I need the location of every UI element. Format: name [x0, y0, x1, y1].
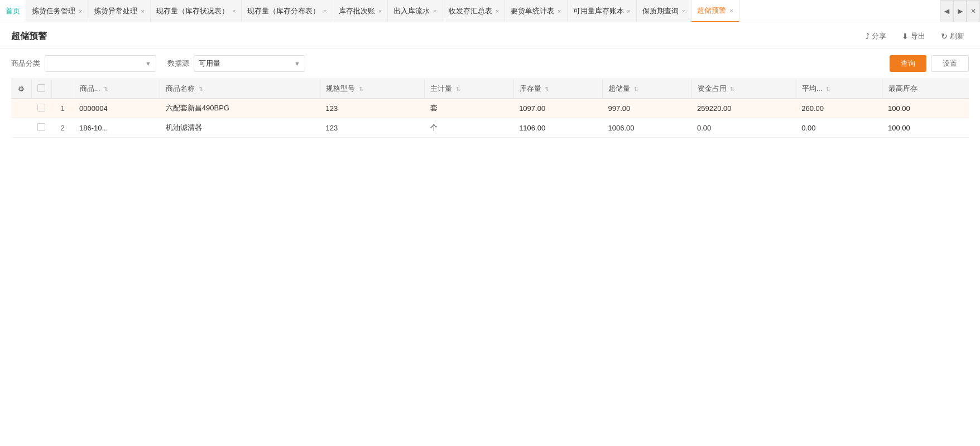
row-avg-1: 0.00	[796, 118, 882, 138]
row-stock-1: 1106.00	[513, 118, 602, 138]
row-select-checkbox-1[interactable]	[37, 123, 45, 131]
filter-area: 商品分类 ▼ 数据源 可用量 ▼ 查询 设置	[0, 49, 980, 79]
col-spec[interactable]: 规格型号 ⇅	[320, 79, 424, 99]
row-spec-1: 123	[320, 118, 424, 138]
sort-capital-icon: ⇅	[730, 86, 734, 92]
col-stock[interactable]: 库存量 ⇅	[513, 79, 602, 99]
close-tab-7[interactable]: ×	[496, 8, 499, 14]
sort-spec-icon: ⇅	[359, 86, 363, 92]
row-product-name-1: 机油滤清器	[160, 118, 320, 138]
datasource-filter-group: 数据源 可用量 ▼	[167, 55, 305, 72]
nav-tab-8[interactable]: 要货单统计表 ×	[505, 0, 567, 22]
sort-unit-icon: ⇅	[456, 86, 460, 92]
row-max-stock-1: 100.00	[882, 118, 969, 138]
close-tab-4[interactable]: ×	[323, 8, 326, 14]
row-overstock-1: 1006.00	[603, 118, 691, 138]
refresh-icon: ↻	[941, 32, 948, 41]
category-chevron-icon: ▼	[145, 60, 151, 67]
sort-avg-icon: ⇅	[826, 86, 830, 92]
close-tab-8[interactable]: ×	[558, 8, 561, 14]
query-button[interactable]: 查询	[890, 55, 926, 72]
row-max-stock-0: 100.00	[882, 99, 969, 118]
col-max-stock: 最高库存	[882, 79, 969, 99]
sort-product-name-icon: ⇅	[199, 86, 203, 92]
close-tab-6[interactable]: ×	[433, 8, 436, 14]
col-check[interactable]	[31, 79, 51, 99]
nav-next-button[interactable]: ▶	[953, 0, 967, 22]
refresh-button[interactable]: ↻ 刷新	[936, 29, 969, 43]
export-icon: ⬇	[902, 32, 909, 41]
close-tab-2[interactable]: ×	[141, 8, 144, 14]
row-overstock-0: 997.00	[603, 99, 691, 118]
datasource-chevron-icon: ▼	[294, 60, 300, 67]
row-checkbox-0[interactable]	[31, 99, 51, 118]
col-avg[interactable]: 平均... ⇅	[796, 79, 882, 99]
col-product-code[interactable]: 商品... ⇅	[74, 79, 160, 99]
filter-actions: 查询 设置	[890, 55, 969, 72]
share-icon: ⤴	[866, 32, 869, 41]
row-settings-0	[11, 99, 31, 118]
col-product-name[interactable]: 商品名称 ⇅	[160, 79, 320, 99]
sort-stock-icon: ⇅	[545, 86, 549, 92]
page-header: 超储预警 ⤴ 分享 ⬇ 导出 ↻ 刷新	[0, 22, 980, 49]
row-settings-1	[11, 118, 31, 138]
row-unit-1: 个	[425, 118, 513, 138]
nav-tab-7[interactable]: 收发存汇总表 ×	[443, 0, 505, 22]
col-unit[interactable]: 主计量 ⇅	[425, 79, 513, 99]
row-index-1: 2	[51, 118, 74, 138]
category-select[interactable]: ▼	[45, 55, 156, 72]
nav-tab-6[interactable]: 出入库流水 ×	[388, 0, 443, 22]
datasource-value: 可用量	[199, 59, 220, 69]
datasource-select[interactable]: 可用量 ▼	[194, 55, 305, 72]
close-tab-1[interactable]: ×	[79, 8, 82, 14]
nav-tab-5[interactable]: 库存批次账 ×	[333, 0, 388, 22]
row-unit-0: 套	[425, 99, 513, 118]
row-product-name-0: 六配套新昌490BPG	[160, 99, 320, 118]
row-checkbox-1[interactable]	[31, 118, 51, 138]
close-tab-10[interactable]: ×	[682, 8, 685, 14]
settings-button[interactable]: 设置	[931, 55, 969, 72]
category-filter-group: 商品分类 ▼	[11, 55, 156, 72]
table-container: ⚙ 商品... ⇅ 商品名称 ⇅ 规格型号 ⇅	[0, 79, 980, 138]
header-actions: ⤴ 分享 ⬇ 导出 ↻ 刷新	[861, 29, 969, 43]
table-row[interactable]: 2 186-10... 机油滤清器 123 个 1106.00 1006.00 …	[11, 118, 969, 138]
nav-tab-11[interactable]: 超储预警 ×	[691, 0, 739, 22]
row-capital-0: 259220.00	[691, 99, 796, 118]
col-settings[interactable]: ⚙	[11, 79, 31, 99]
col-index	[51, 79, 74, 99]
table-row[interactable]: 1 0000004 六配套新昌490BPG 123 套 1097.00 997.…	[11, 99, 969, 118]
row-spec-0: 123	[320, 99, 424, 118]
nav-arrows: ◀ ▶ ✕	[940, 0, 980, 22]
nav-tab-4[interactable]: 现存量（库存分布表） ×	[242, 0, 333, 22]
row-product-code-1: 186-10...	[74, 118, 160, 138]
table-header-row: ⚙ 商品... ⇅ 商品名称 ⇅ 规格型号 ⇅	[11, 79, 969, 99]
row-product-code-0: 0000004	[74, 99, 160, 118]
page-title: 超储预警	[11, 31, 47, 42]
category-label: 商品分类	[11, 59, 40, 69]
sort-product-code-icon: ⇅	[104, 86, 108, 92]
table-body: 1 0000004 六配套新昌490BPG 123 套 1097.00 997.…	[11, 99, 969, 138]
close-tab-9[interactable]: ×	[627, 8, 631, 14]
gear-icon: ⚙	[18, 85, 25, 93]
col-capital[interactable]: 资金占用 ⇅	[691, 79, 796, 99]
close-tab-3[interactable]: ×	[232, 8, 236, 14]
nav-tab-1[interactable]: 拣货任务管理 ×	[26, 0, 88, 22]
col-overstock[interactable]: 超储量 ⇅	[603, 79, 691, 99]
select-all-checkbox[interactable]	[37, 84, 45, 92]
nav-close-button[interactable]: ✕	[967, 0, 980, 22]
nav-tab-10[interactable]: 保质期查询 ×	[637, 0, 691, 22]
row-avg-0: 260.00	[796, 99, 882, 118]
nav-tab-3[interactable]: 现存量（库存状况表） ×	[151, 0, 242, 22]
close-tab-11[interactable]: ×	[729, 7, 733, 14]
nav-tab-2[interactable]: 拣货异常处理 ×	[88, 0, 150, 22]
close-tab-5[interactable]: ×	[378, 8, 382, 14]
nav-tab-home[interactable]: 首页	[0, 0, 26, 22]
row-select-checkbox-0[interactable]	[37, 104, 45, 112]
top-nav: 首页 拣货任务管理 × 拣货异常处理 × 现存量（库存状况表） × 现存量（库存…	[0, 0, 980, 22]
nav-prev-button[interactable]: ◀	[940, 0, 953, 22]
export-button[interactable]: ⬇ 导出	[897, 29, 930, 43]
share-button[interactable]: ⤴ 分享	[861, 29, 891, 43]
nav-tab-9[interactable]: 可用量库存账本 ×	[568, 0, 637, 22]
row-stock-0: 1097.00	[513, 99, 602, 118]
datasource-label: 数据源	[167, 59, 189, 69]
